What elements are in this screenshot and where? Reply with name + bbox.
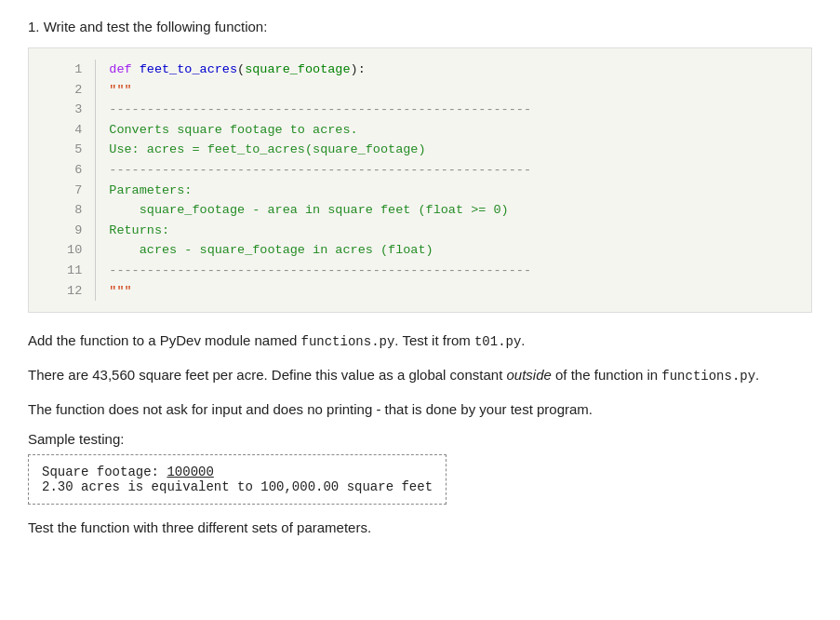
code-token: ----------------------------------------… bbox=[109, 102, 531, 116]
code-line: 8 square_footage - area in square feet (… bbox=[44, 200, 796, 221]
code-token: ): bbox=[351, 62, 366, 76]
line-number: 2 bbox=[44, 80, 96, 101]
prose-p1-mono2: t01.py bbox=[474, 334, 521, 349]
line-content: square_footage - area in square feet (fl… bbox=[96, 200, 796, 221]
line-number: 6 bbox=[44, 160, 96, 181]
prose-p1-mono1: functions.py bbox=[301, 334, 395, 349]
line-number: 9 bbox=[44, 221, 96, 241]
code-token: ----------------------------------------… bbox=[109, 163, 531, 177]
code-token: ----------------------------------------… bbox=[109, 263, 531, 277]
code-table: 1def feet_to_acres(square_footage):2"""3… bbox=[44, 60, 796, 301]
sample-line1-underline: 100000 bbox=[167, 465, 213, 479]
code-token: Use: acres = feet_to_acres(square_footag… bbox=[109, 142, 425, 156]
code-token: Converts square footage to acres. bbox=[109, 123, 357, 137]
line-content: ----------------------------------------… bbox=[96, 100, 796, 120]
sample-label: Sample testing: bbox=[28, 431, 812, 447]
sample-line1-before: Square footage: bbox=[42, 465, 167, 479]
line-number: 12 bbox=[44, 281, 96, 302]
prose-p1: Add the function to a PyDev module named… bbox=[28, 330, 812, 353]
sample-line1: Square footage: 100000 bbox=[42, 465, 433, 479]
code-line: 2""" bbox=[44, 80, 796, 101]
line-number: 1 bbox=[44, 60, 96, 80]
code-line: 12""" bbox=[44, 281, 796, 302]
prose-p3: The function does not ask for input and … bbox=[28, 398, 812, 420]
code-line: 9Returns: bbox=[44, 221, 796, 241]
line-content: acres - square_footage in acres (float) bbox=[96, 240, 796, 261]
line-content: ----------------------------------------… bbox=[96, 261, 796, 281]
line-number: 3 bbox=[44, 100, 96, 120]
line-number: 7 bbox=[44, 181, 96, 201]
code-token: """ bbox=[109, 83, 131, 97]
sample-box: Square footage: 100000 2.30 acres is equ… bbox=[28, 454, 447, 505]
code-token: Parameters: bbox=[109, 183, 192, 197]
prose-p1-before: Add the function to a PyDev module named bbox=[28, 332, 301, 348]
line-content: Use: acres = feet_to_acres(square_footag… bbox=[96, 140, 796, 160]
code-token: feet_to_acres bbox=[140, 62, 237, 76]
prose-p2-mid: of the function in bbox=[552, 367, 661, 383]
line-number: 5 bbox=[44, 140, 96, 160]
footer-para: Test the function with three different s… bbox=[28, 519, 812, 535]
prose-p1-after: . bbox=[521, 332, 525, 348]
line-content: Converts square footage to acres. bbox=[96, 120, 796, 141]
code-line: 1def feet_to_acres(square_footage): bbox=[44, 60, 796, 80]
line-number: 4 bbox=[44, 120, 96, 141]
line-content: Parameters: bbox=[96, 181, 796, 201]
code-line: 3---------------------------------------… bbox=[44, 100, 796, 120]
code-token: square_footage bbox=[245, 62, 350, 76]
sample-line2: 2.30 acres is equivalent to 100,000.00 s… bbox=[42, 479, 433, 494]
prose-p2-before: There are 43,560 square feet per acre. D… bbox=[28, 367, 506, 383]
code-token: acres - square_footage in acres (float) bbox=[109, 243, 433, 257]
code-line: 7Parameters: bbox=[44, 181, 796, 201]
prose-p2-italic: outside bbox=[506, 367, 551, 383]
prose-p2-after: . bbox=[755, 367, 759, 383]
line-number: 10 bbox=[44, 240, 96, 261]
line-content: def feet_to_acres(square_footage): bbox=[96, 60, 796, 80]
line-number: 8 bbox=[44, 200, 96, 221]
code-line: 6---------------------------------------… bbox=[44, 160, 796, 181]
code-line: 5Use: acres = feet_to_acres(square_foota… bbox=[44, 140, 796, 160]
code-token: """ bbox=[109, 284, 131, 298]
code-block: 1def feet_to_acres(square_footage):2"""3… bbox=[28, 47, 812, 313]
line-content: ----------------------------------------… bbox=[96, 160, 796, 181]
line-content: """ bbox=[96, 80, 796, 101]
prose-p2-mono: functions.py bbox=[661, 369, 755, 384]
line-content: """ bbox=[96, 281, 796, 302]
code-token: square_footage - area in square feet (fl… bbox=[109, 203, 508, 217]
prose-p2: There are 43,560 square feet per acre. D… bbox=[28, 364, 812, 387]
code-line: 4Converts square footage to acres. bbox=[44, 120, 796, 141]
line-number: 11 bbox=[44, 261, 96, 281]
code-token: ( bbox=[237, 62, 245, 76]
code-token: def bbox=[109, 62, 139, 76]
prose-p1-mid: . Test it from bbox=[394, 332, 474, 348]
line-content: Returns: bbox=[96, 221, 796, 241]
code-token: Returns: bbox=[109, 223, 169, 237]
code-line: 11--------------------------------------… bbox=[44, 261, 796, 281]
code-line: 10 acres - square_footage in acres (floa… bbox=[44, 240, 796, 261]
instruction-header: 1. Write and test the following function… bbox=[28, 19, 812, 34]
